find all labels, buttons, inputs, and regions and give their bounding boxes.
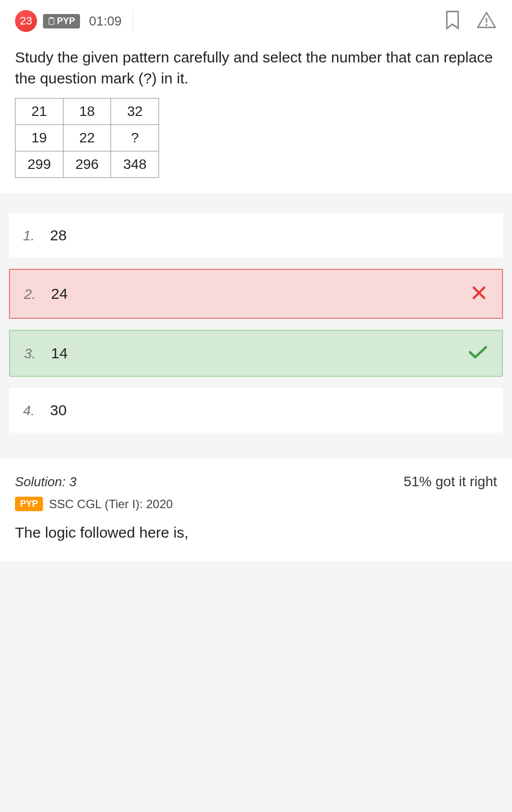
check-icon — [468, 345, 488, 362]
table-cell: 299 — [16, 151, 64, 178]
svg-rect-1 — [50, 17, 53, 19]
option-value: 24 — [51, 285, 68, 302]
question-number-badge: 23 — [15, 10, 37, 32]
warning-icon[interactable] — [476, 10, 497, 31]
question-content: Study the given pattern carefully and se… — [0, 42, 512, 193]
option-content: 3. 14 — [24, 345, 68, 362]
option-content: 1. 28 — [23, 227, 66, 244]
table-row: 21 18 32 — [16, 98, 159, 125]
table-cell: 19 — [16, 125, 64, 151]
table-row: 19 22 ? — [16, 125, 159, 151]
bookmark-icon[interactable] — [444, 10, 461, 32]
cross-icon — [470, 284, 488, 304]
clipboard-icon — [48, 17, 55, 25]
option-value: 30 — [50, 402, 66, 419]
option-number: 1. — [23, 228, 38, 244]
header-left: 23 PYP 01:09 — [15, 10, 133, 32]
table-cell: ? — [111, 125, 159, 151]
solution-section: Solution: 3 51% got it right PYP SSC CGL… — [0, 459, 512, 561]
option-content: 4. 30 — [23, 402, 66, 419]
quiz-container: 23 PYP 01:09 — [0, 0, 512, 561]
source-text: SSC CGL (Tier I): 2020 — [49, 497, 173, 511]
got-right-stat: 51% got it right — [404, 474, 497, 490]
pattern-table: 21 18 32 19 22 ? 299 296 348 — [15, 98, 159, 178]
solution-header: Solution: 3 51% got it right — [15, 474, 497, 490]
table-cell: 21 — [16, 98, 64, 125]
divider — [132, 10, 133, 32]
options-section: 1. 28 2. 24 3. 14 — [0, 193, 512, 459]
option-4[interactable]: 4. 30 — [9, 388, 503, 433]
option-content: 2. 24 — [24, 285, 68, 302]
pyp-label: PYP — [57, 16, 75, 26]
table-cell: 348 — [111, 151, 159, 178]
table-cell: 32 — [111, 98, 159, 125]
source-row: PYP SSC CGL (Tier I): 2020 — [15, 497, 497, 511]
svg-rect-0 — [49, 18, 54, 24]
logic-intro: The logic followed here is, — [15, 524, 497, 541]
option-number: 3. — [24, 346, 39, 362]
option-1[interactable]: 1. 28 — [9, 213, 503, 258]
timer: 01:09 — [86, 13, 122, 29]
solution-label: Solution: 3 — [15, 474, 76, 490]
option-2[interactable]: 2. 24 — [9, 269, 503, 319]
question-header: 23 PYP 01:09 — [0, 0, 512, 42]
table-cell: 18 — [63, 98, 111, 125]
table-cell: 22 — [63, 125, 111, 151]
option-value: 14 — [51, 345, 68, 362]
table-cell: 296 — [63, 151, 111, 178]
question-text: Study the given pattern carefully and se… — [15, 47, 497, 89]
svg-point-3 — [486, 24, 488, 26]
pyp-badge: PYP — [43, 14, 80, 28]
option-number: 2. — [24, 286, 39, 302]
option-3[interactable]: 3. 14 — [9, 330, 503, 377]
header-right — [444, 10, 497, 32]
option-number: 4. — [23, 403, 38, 419]
option-value: 28 — [50, 227, 66, 244]
pyp-badge-orange: PYP — [15, 497, 43, 511]
table-row: 299 296 348 — [16, 151, 159, 178]
